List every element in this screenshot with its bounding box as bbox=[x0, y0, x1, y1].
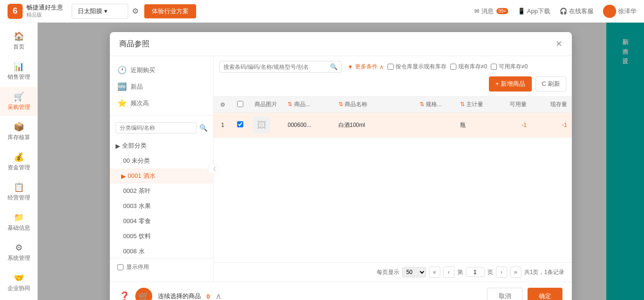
footer-actions: 取消 确定 bbox=[487, 288, 562, 300]
chevron-down-icon: ▾ bbox=[104, 8, 107, 15]
col-unit-header[interactable]: ⇅ 主计量 bbox=[455, 97, 491, 113]
sidebar-item-sales[interactable]: 📊 销售管理 bbox=[0, 57, 37, 86]
warehouse-stock-label[interactable]: 按仓库显示现有库存 bbox=[388, 63, 446, 71]
frequent-nav[interactable]: ⭐ 频次高 bbox=[110, 95, 213, 111]
collapse-icon[interactable]: ∧ bbox=[215, 291, 222, 300]
confirm-button[interactable]: 确定 bbox=[528, 288, 562, 300]
category-search-icon[interactable]: 🔍 bbox=[199, 124, 207, 132]
avail-stock-checkbox[interactable] bbox=[491, 64, 497, 70]
trial-button[interactable]: 体验行业方案 bbox=[144, 4, 196, 18]
sidebar-item-enterprise[interactable]: 🤝 企业协同 bbox=[0, 268, 37, 297]
user-area[interactable]: 徐泽华 bbox=[603, 5, 636, 18]
cancel-button[interactable]: 取消 bbox=[487, 288, 523, 300]
home-icon: 🏠 bbox=[14, 31, 24, 42]
next-page-button[interactable]: › bbox=[496, 267, 507, 278]
product-search-icon[interactable]: 🔍 bbox=[330, 63, 338, 70]
row-img-cell: 🖼 bbox=[248, 113, 283, 138]
sidebar-item-guide[interactable]: 📖 新手引导 bbox=[0, 298, 37, 300]
category-0002[interactable]: 0002 茶叶 bbox=[110, 183, 213, 199]
sidebar-item-basic[interactable]: 📁 基础信息 bbox=[0, 208, 37, 237]
sidebar-item-inventory[interactable]: 📦 库存核算 bbox=[0, 117, 37, 146]
cat-0001-label: 0001 酒水 bbox=[128, 172, 156, 180]
online-service-label: 在线客服 bbox=[569, 7, 594, 16]
show-disabled-checkbox[interactable] bbox=[117, 264, 124, 270]
settings-icon[interactable]: ⚙ bbox=[132, 7, 139, 16]
product-reference-modal: 商品参照 ✕ 🕐 近期购买 🆕 新品 bbox=[110, 32, 572, 300]
category-0008[interactable]: 0008 水 bbox=[110, 244, 213, 258]
message-icon: ✉ bbox=[474, 8, 479, 15]
username-label: 徐泽华 bbox=[618, 7, 636, 16]
add-product-button[interactable]: + 新增商品 bbox=[489, 76, 532, 92]
cart-icon: 🛒 bbox=[139, 291, 149, 300]
new-icon: 🆕 bbox=[117, 82, 127, 91]
category-0001[interactable]: ▶ 0001 酒水 bbox=[110, 168, 213, 183]
category-search-input[interactable] bbox=[116, 122, 197, 133]
sidebar-item-purchase[interactable]: 🛒 采购管理 bbox=[0, 87, 37, 116]
table-row[interactable]: 1 🖼 000600... bbox=[214, 113, 572, 138]
sort-name-icon: ⇅ bbox=[339, 101, 343, 108]
messages-button[interactable]: ✉ 消息 99+ bbox=[474, 7, 508, 16]
category-0003[interactable]: 0003 水果 bbox=[110, 199, 213, 214]
category-0005[interactable]: 0005 饮料 bbox=[110, 229, 213, 244]
new-product-nav[interactable]: 🆕 新品 bbox=[110, 78, 213, 95]
col-img-label: 商品图片 bbox=[255, 101, 277, 108]
modal-close-button[interactable]: ✕ bbox=[555, 39, 562, 49]
product-table-wrap: ⚙ 商品图片 ⇅ bbox=[214, 97, 572, 262]
sidebar-item-system[interactable]: ⚙ 系统管理 bbox=[0, 238, 37, 267]
left-panel-collapse-button[interactable]: 《 bbox=[207, 163, 219, 175]
help-icon[interactable]: ❓ bbox=[119, 291, 130, 300]
col-unit-label: 主计量 bbox=[466, 101, 483, 108]
row-unit: 瓶 bbox=[455, 113, 491, 138]
app-download-button[interactable]: 📱 App下载 bbox=[518, 7, 550, 16]
col-code-header[interactable]: ⇅ 商品... bbox=[283, 97, 333, 113]
page-size-select[interactable]: 50 10 20 100 bbox=[402, 267, 426, 277]
row-code: 000600... bbox=[283, 113, 333, 138]
row-checkbox[interactable] bbox=[237, 121, 243, 127]
online-service-button[interactable]: 🎧 在线客服 bbox=[560, 7, 594, 16]
current-stock-checkbox[interactable] bbox=[450, 64, 456, 70]
recent-purchase-nav[interactable]: 🕐 近期购买 bbox=[110, 62, 213, 78]
page-number-input[interactable] bbox=[466, 267, 485, 277]
last-page-button[interactable]: » bbox=[510, 267, 521, 278]
refresh-button[interactable]: C 刷新 bbox=[536, 76, 566, 92]
app-download-label: App下载 bbox=[527, 7, 550, 16]
sidebar: 🏠 首页 📊 销售管理 🛒 采购管理 📦 库存核算 💰 资金管理 📋 经营管理 … bbox=[0, 23, 38, 300]
select-all-checkbox[interactable] bbox=[237, 101, 243, 107]
sidebar-item-management[interactable]: 📋 经营管理 bbox=[0, 177, 37, 207]
warehouse-stock-checkbox[interactable] bbox=[388, 64, 394, 70]
filter-button[interactable]: ▼ 更多条件 ∧ bbox=[347, 63, 384, 71]
avail-stock-text: 可用库存≠0 bbox=[499, 63, 528, 71]
frequent-label: 频次高 bbox=[131, 99, 149, 108]
sidebar-item-finance[interactable]: 💰 资金管理 bbox=[0, 147, 37, 176]
management-icon: 📋 bbox=[14, 182, 24, 192]
first-page-button[interactable]: « bbox=[429, 267, 440, 278]
col-num-header: ⚙ bbox=[214, 97, 232, 113]
headset-icon: 🎧 bbox=[560, 8, 567, 15]
cart-button[interactable]: 🛒 bbox=[135, 288, 152, 300]
category-00[interactable]: 00 未分类 bbox=[110, 153, 213, 168]
current-stock-label[interactable]: 现有库存≠0 bbox=[450, 63, 487, 71]
table-header: ⚙ 商品图片 ⇅ bbox=[214, 97, 572, 113]
row-stock: -1 bbox=[531, 113, 572, 138]
product-table: ⚙ 商品图片 ⇅ bbox=[214, 97, 572, 138]
nav-dropdown[interactable]: 日太阳膜 ▾ bbox=[72, 4, 128, 19]
product-table-body: 1 🖼 000600... bbox=[214, 113, 572, 138]
modal-title: 商品参照 bbox=[119, 39, 149, 49]
product-img-placeholder-icon: 🖼 bbox=[257, 120, 266, 131]
sidebar-label-finance: 资金管理 bbox=[8, 164, 30, 172]
col-spec-header[interactable]: ⇅ 规格... bbox=[415, 97, 455, 113]
show-disabled-row[interactable]: 显示停用 bbox=[110, 258, 213, 276]
sidebar-label-enterprise: 企业协同 bbox=[8, 284, 30, 292]
row-num: 1 bbox=[214, 113, 232, 138]
row-checkbox-cell bbox=[232, 113, 248, 138]
settings-col-icon[interactable]: ⚙ bbox=[220, 101, 225, 108]
prev-page-button[interactable]: ‹ bbox=[443, 267, 454, 278]
avail-stock-label[interactable]: 可用库存≠0 bbox=[491, 63, 528, 71]
inventory-icon: 📦 bbox=[14, 122, 24, 132]
sidebar-item-home[interactable]: 🏠 首页 bbox=[0, 26, 37, 56]
col-name-header[interactable]: ⇅ 商品名称 bbox=[334, 97, 415, 113]
category-all[interactable]: ▶ 全部分类 bbox=[110, 138, 213, 153]
category-0004[interactable]: 0004 零食 bbox=[110, 214, 213, 229]
avatar bbox=[603, 5, 616, 18]
product-search-input[interactable] bbox=[223, 64, 328, 70]
